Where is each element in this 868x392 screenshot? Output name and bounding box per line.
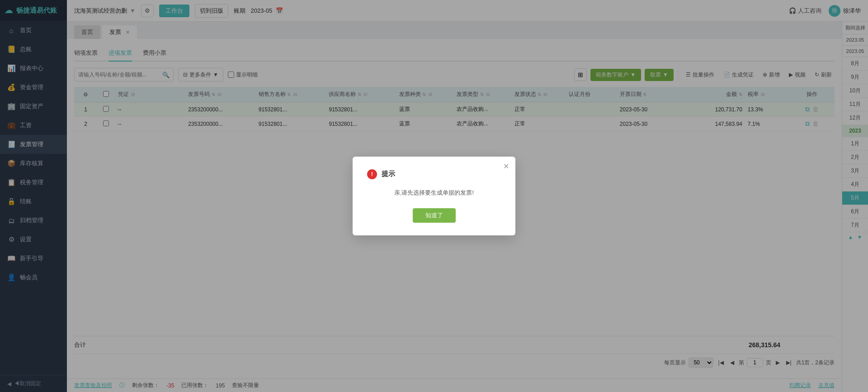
modal-overlay: ✕ ! 提示 亲,请先选择要生成单据的发票! 知道了 [0,0,868,392]
modal-confirm-button[interactable]: 知道了 [413,208,456,223]
modal-title: 提示 [382,170,395,178]
modal-close-button[interactable]: ✕ [503,162,509,171]
modal-body: 亲,请先选择要生成单据的发票! [367,188,501,198]
modal-message: 亲,请先选择要生成单据的发票! [394,189,474,196]
modal-header: ! 提示 [367,169,501,179]
modal-footer: 知道了 [367,208,501,223]
warning-icon: ! [367,169,377,179]
modal-box: ✕ ! 提示 亲,请先选择要生成单据的发票! 知道了 [353,157,515,236]
